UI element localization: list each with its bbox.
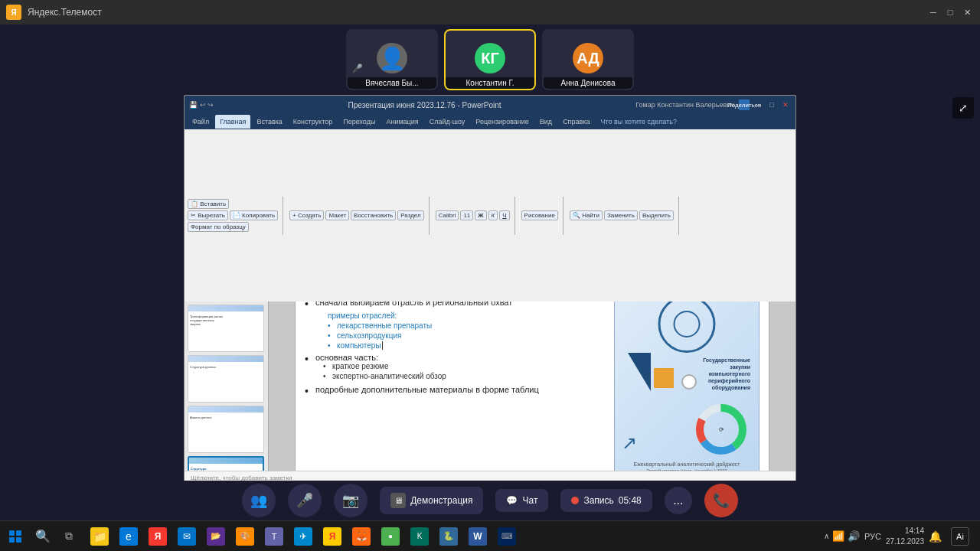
font-select[interactable]: Calibri [436, 210, 459, 220]
font-bold[interactable]: Ж [475, 210, 486, 220]
ribbon-tab-slideshow[interactable]: Слайд-шоу [425, 115, 470, 129]
ribbon-tab-insert[interactable]: Вставка [252, 115, 286, 129]
video-button[interactable]: 📷 [334, 484, 368, 517]
toolbar-group-slides: + Создать Макет Восстановить Раздел [289, 197, 430, 235]
font-underline[interactable]: Ч [499, 210, 509, 220]
ai-button[interactable]: Ai [946, 523, 974, 550]
shapes-button[interactable]: Рисование [521, 210, 558, 220]
slide-thumb-2[interactable]: Структура данных [188, 355, 264, 403]
ribbon-tab-view[interactable]: Вид [535, 115, 557, 129]
slide-thumb-4[interactable]: Структураотраслевогоотчета [188, 456, 264, 471]
ribbon-tab-home[interactable]: Главная [215, 115, 250, 129]
taskbar-search-button[interactable]: 🔍 [31, 524, 55, 549]
format-copy-button[interactable]: Формат по образцу [188, 222, 249, 232]
microphone-icon: 🎤 [296, 492, 313, 509]
ribbon-tab-file[interactable]: Файл [188, 115, 214, 129]
layout-button[interactable]: Макет [325, 210, 349, 220]
more-icon: ... [673, 494, 683, 507]
tray-expand-icon[interactable]: ∧ [824, 532, 829, 540]
clock[interactable]: 14:14 27.12.2023 [886, 526, 924, 547]
telegram-button[interactable]: ✈ [289, 523, 317, 550]
terminal-button[interactable]: ⌨ [493, 523, 521, 550]
chrome-icon: ● [381, 527, 400, 546]
demo-label: Демонстрация [410, 495, 472, 506]
replace-button[interactable]: Заменить [604, 210, 638, 220]
notification-icon[interactable]: 🔔 [929, 530, 942, 543]
yandex-button[interactable]: Я [318, 523, 346, 550]
select-button[interactable]: Выделить [639, 210, 674, 220]
edge-button[interactable]: e [115, 523, 142, 550]
chat-button[interactable]: 💬 Чат [495, 489, 548, 512]
maximize-button[interactable]: □ [943, 5, 957, 19]
ppt-owner: Гомар Константин Валерьевич [635, 101, 734, 109]
start-button[interactable] [0, 521, 31, 552]
slide-thumb-1[interactable]: Трансформация рынкагосударственныхзакупо… [188, 305, 264, 352]
camera-icon: 📷 [342, 492, 359, 509]
slide-bullets: сначала выбираем отрасль и региональный … [305, 302, 606, 394]
language-indicator[interactable]: РУС [864, 532, 881, 541]
reset-button[interactable]: Восстановить [351, 210, 396, 220]
slide-thumb-wrapper-4: 4 Структураотраслевогоотчета [188, 456, 265, 471]
firefox-button[interactable]: 🦊 [348, 523, 375, 550]
explorer-button[interactable]: 📁 [86, 523, 113, 550]
chrome-button[interactable]: ● [377, 523, 404, 550]
mute-button[interactable]: 🎤 [288, 484, 322, 517]
close-button[interactable]: ✕ [960, 5, 974, 19]
cut-button[interactable]: ✂ Вырезать [188, 210, 228, 220]
ribbon-tab-design[interactable]: Конструктор [289, 115, 337, 129]
task-view-button[interactable]: ⧉ [55, 523, 83, 550]
participant-card-vyacheslav[interactable]: 👤 🎤 Вячеслав Бы... [346, 29, 438, 90]
font-size-select[interactable]: 11 [460, 210, 473, 220]
new-slide-button[interactable]: + Создать [289, 210, 324, 220]
expand-button[interactable]: ⤢ [952, 97, 974, 119]
volume-icon[interactable]: 🔊 [848, 530, 860, 542]
ribbon-tab-animation[interactable]: Анимация [381, 115, 423, 129]
section-button[interactable]: Раздел [397, 210, 423, 220]
word-button[interactable]: W [464, 523, 492, 550]
ribbon-tab-help[interactable]: Справка [558, 115, 594, 129]
ppt-share-button[interactable]: Поделиться [739, 99, 750, 110]
ppt-close-button[interactable]: ✕ [780, 99, 791, 110]
mail-button[interactable]: ✉ [173, 523, 201, 550]
files-button[interactable]: 📂 [202, 523, 230, 550]
toolbar-group-clipboard: 📋 Вставить ✂ Вырезать 📄 Копировать Форма… [188, 197, 283, 235]
donut-chart: ⟳ [694, 403, 748, 456]
more-button[interactable]: ... [665, 487, 692, 514]
participant-card-konstantin[interactable]: КГ Константин Г. [444, 29, 536, 90]
participant-card-anna[interactable]: АД Анна Денисова [542, 29, 634, 90]
sub-bullet-2: экспертно-аналитический обзор [323, 372, 606, 380]
chat-label: Чат [522, 495, 537, 506]
kaspersky-button[interactable]: K [406, 523, 433, 550]
network-icon[interactable]: 📶 [832, 530, 844, 542]
edge-icon: e [119, 527, 138, 546]
example-1: лекарственные препараты [328, 321, 606, 330]
paint-button[interactable]: 🎨 [231, 523, 259, 550]
slides-panel: 1 Трансформация рынкагосударственныхзаку… [185, 302, 269, 471]
slide-thumb-3[interactable]: Анализ данных [188, 406, 264, 453]
end-call-button[interactable]: 📞 [704, 484, 738, 517]
ppt-maximize-button[interactable]: □ [766, 99, 777, 110]
demo-button[interactable]: 🖥 Демонстрация [380, 487, 483, 514]
ribbon-tab-search[interactable]: Что вы хотите сделать? [596, 115, 681, 129]
right-panel-bottom: Третий квартал (июль-сентябрь) 2023 [646, 468, 727, 471]
time: 14:14 [886, 526, 924, 536]
paint-icon: 🎨 [236, 527, 254, 546]
toolbar-group-font: Calibri 11 Ж К Ч [436, 197, 515, 235]
python-icon: 🐍 [439, 527, 458, 546]
toolbar-group-draw: Рисование [521, 197, 564, 235]
minimize-button[interactable]: ─ [926, 5, 940, 19]
font-italic[interactable]: К [488, 210, 498, 220]
record-dot-icon [571, 497, 579, 504]
ppt-minimize-button[interactable]: ─ [753, 99, 763, 110]
paste-button[interactable]: 📋 Вставить [188, 199, 229, 209]
teams-button[interactable]: T [260, 523, 288, 550]
record-button[interactable]: Запись 05:48 [560, 489, 652, 512]
ribbon-tab-review[interactable]: Рецензирование [471, 115, 534, 129]
find-button[interactable]: 🔍 Найти [570, 210, 603, 220]
slide-content-area[interactable]: АО «Единая электронная торговая площадка… [269, 302, 795, 471]
ribbon-tab-transitions[interactable]: Переходы [338, 115, 380, 129]
python-button[interactable]: 🐍 [435, 523, 462, 550]
add-participant-button[interactable]: 👥 [242, 484, 276, 517]
copy-button[interactable]: 📄 Копировать [230, 210, 278, 220]
yandex-browser-button[interactable]: Я [144, 523, 172, 550]
